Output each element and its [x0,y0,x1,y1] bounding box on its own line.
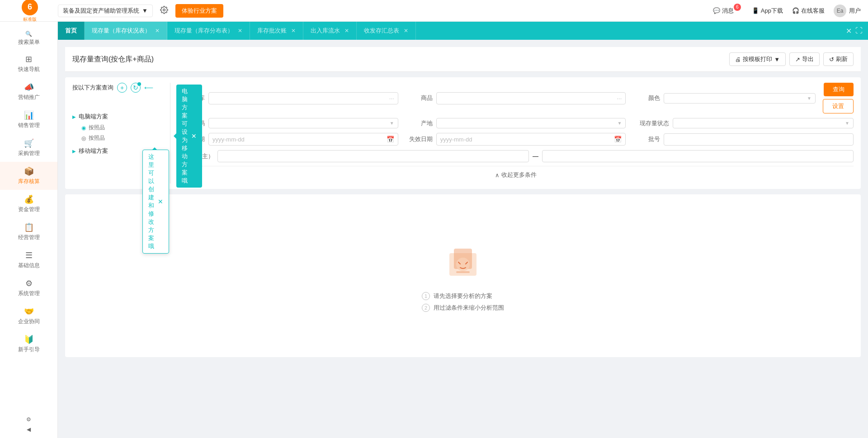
sidebar-item-marketing[interactable]: 📣 营销推广 [0,78,57,106]
close-scheme-tooltip-btn[interactable]: ✕ [191,132,197,140]
left-arrow-icon[interactable]: ⟵ [144,84,153,91]
main-layout: 🔍 搜索菜单 ⊞ 快速导航 📣 营销推广 📊 销售管理 🛒 采购管理 [0,22,868,438]
industry-btn[interactable]: 体验行业方案 [175,4,223,18]
main-content: 现存量查询(按仓库+商品) 🖨 按模板打印 ▼ ↗ 导出 ↺ [58,40,868,438]
money-icon: 💰 [24,194,34,204]
app-download-btn[interactable]: 📱 App下载 [752,7,783,15]
close-all-tabs-btn[interactable]: ✕ [846,27,852,35]
box-icon: 📦 [24,166,34,176]
chevron-right-mobile-icon: ▶ [72,149,76,154]
refresh-scheme-btn[interactable]: ↻ [131,83,141,93]
origin-arrow-icon: ▼ [617,121,622,126]
expiry-date-input[interactable]: yyyy-mm-dd 📅 [436,133,626,146]
sidebar-item-basic[interactable]: ☰ 基础信息 [0,246,57,274]
sidebar-item-finance[interactable]: 💰 资金管理 [0,190,57,218]
field-origin: 产地 ▼ [406,118,626,128]
production-date-input[interactable]: yyyy-mm-dd 📅 [208,133,398,146]
sidebar-item-quick-nav[interactable]: ⊞ 快速导航 [0,50,57,78]
top-bar-right: 💬 消息 6 📱 App下载 🎧 在线客服 Ea 用户 [713,5,861,17]
batch-input[interactable] [664,133,854,146]
tab-inventory-status[interactable]: 现存量（库存状况表） ✕ [85,22,167,40]
radio-icon-2: ◎ [81,135,86,141]
origin-select[interactable]: ▼ [436,118,626,128]
settings-icon-btn[interactable] [158,4,170,17]
tab-inout-flow[interactable]: 出入库流水 ✕ [303,22,357,40]
page-header: 现存量查询(按仓库+商品) 🖨 按模板打印 ▼ ↗ 导出 ↺ [65,47,861,72]
sidebar-item-sales[interactable]: 📊 销售管理 [0,106,57,134]
sidebar-item-system[interactable]: ⚙ 系统管理 [0,274,57,302]
scheme-tooltip: 电脑方案可设为移动方案哦 ✕ [176,85,202,188]
app-container: 6 标准版 装备及固定资产辅助管理系统 ▼ 体验行业方案 💬 消息 6 📱 Ap… [0,0,868,438]
scheme-item-2[interactable]: ◎ 按照品 [81,133,163,143]
tab-actions: ✕ ⛶ [840,27,868,35]
tab-batch-account[interactable]: 库存批次账 ✕ [250,22,303,40]
stock-status-select[interactable]: ▼ [673,118,854,128]
field-production-date: 生产日期 yyyy-mm-dd 📅 [178,133,398,146]
size-arrow-icon: ▼ [390,121,394,126]
reset-btn[interactable]: 设置 [823,99,854,113]
maximize-btn[interactable]: ⛶ [855,27,863,35]
chevron-down-icon: ▼ [142,7,148,14]
calendar-icon-1[interactable]: 📅 [387,136,394,143]
sidebar: 🔍 搜索菜单 ⊞ 快速导航 📣 营销推广 📊 销售管理 🛒 采购管理 [0,22,58,438]
close-edit-tooltip-btn[interactable]: ✕ [158,198,163,205]
user-area[interactable]: Ea 用户 [834,5,861,17]
sidebar-collapse-btn[interactable]: ◀ [27,426,31,433]
filter-area: 按以下方案查询 + ↻ ⟵ 电脑方案可设为移动方案哦 ✕ [65,77,861,189]
sidebar-item-purchase[interactable]: 🛒 采购管理 [0,134,57,162]
color-select[interactable]: ▼ [664,93,816,104]
step-num-2: 2 [422,304,430,312]
top-bar: 6 标准版 装备及固定资产辅助管理系统 ▼ 体验行业方案 💬 消息 6 📱 Ap… [0,0,868,22]
message-icon: 💬 [713,7,720,14]
system-select[interactable]: 装备及固定资产辅助管理系统 ▼ [58,5,153,17]
tab-close-inout-flow[interactable]: ✕ [344,28,349,34]
scheme-item-1[interactable]: ◉ 按照品 [81,122,163,133]
guide-icon: 🔰 [24,334,34,344]
step-num-1: 1 [422,292,430,300]
sidebar-search[interactable]: 🔍 搜索菜单 [0,27,57,50]
stock-min-input[interactable] [217,150,529,162]
tab-close-recv-send[interactable]: ✕ [404,28,408,34]
scheme-group-desktop-header[interactable]: ▶ 电脑端方案 [72,111,163,122]
filter-label: 按以下方案查询 [72,84,113,92]
grid-icon: ⊞ [25,54,32,64]
tab-close-inventory-status[interactable]: ✕ [155,28,160,34]
sidebar-item-inventory[interactable]: 📦 库存核算 [0,162,57,190]
print-btn[interactable]: 🖨 按模板打印 ▼ [729,52,786,66]
tab-close-inventory-dist[interactable]: ✕ [238,28,242,34]
refresh-btn[interactable]: ↺ 刷新 [823,52,854,66]
empty-step-1: 1 请先选择要分析的方案 [422,292,504,300]
sidebar-item-enterprise[interactable]: 🤝 企业协同 [0,302,57,330]
messages-btn[interactable]: 💬 消息 6 [713,7,743,15]
tab-home[interactable]: 首页 [58,22,85,40]
scheme-panel: 按以下方案查询 + ↻ ⟵ 电脑方案可设为移动方案哦 ✕ [72,83,163,184]
calendar-icon-2[interactable]: 📅 [614,136,622,143]
tab-close-batch-account[interactable]: ✕ [291,28,296,34]
size-select[interactable]: ▼ [208,118,398,128]
online-support-btn[interactable]: 🎧 在线客服 [792,7,825,15]
stock-max-input[interactable] [542,150,854,162]
field-stock-status: 现存量状态 ▼ [633,118,854,128]
search-btn[interactable]: 查询 [824,83,854,96]
sidebar-item-guide[interactable]: 🔰 新手引导 [0,330,57,358]
sidebar-top: 🔍 搜索菜单 ⊞ 快速导航 📣 营销推广 📊 销售管理 🛒 采购管理 [0,22,57,363]
headset-icon: 🎧 [792,7,799,14]
warehouse-select[interactable]: ··· [208,92,398,104]
printer-icon: 🖨 [735,56,741,63]
sidebar-item-operations[interactable]: 📋 经营管理 [0,218,57,246]
tab-inventory-dist[interactable]: 现存量（库存分布表） ✕ [167,22,250,40]
product-dots[interactable]: ··· [617,95,622,102]
svg-rect-6 [456,271,470,273]
collapse-more-btn[interactable]: ∧ 收起更多条件 [178,166,854,184]
user-label: 用户 [849,7,861,15]
add-scheme-btn[interactable]: + [117,83,127,93]
sidebar-settings-btn[interactable]: ⚙ [26,416,31,423]
chevron-up-icon: ∧ [495,172,500,179]
radio-icon: ◉ [81,125,86,131]
export-btn[interactable]: ↗ 导出 [789,52,820,66]
warehouse-dots[interactable]: ··· [389,95,394,102]
clipboard-icon: 📋 [24,222,34,232]
tab-recv-send[interactable]: 收发存汇总表 ✕ [357,22,416,40]
page-title: 现存量查询(按仓库+商品) [72,55,154,64]
product-select[interactable]: ··· [436,92,626,104]
